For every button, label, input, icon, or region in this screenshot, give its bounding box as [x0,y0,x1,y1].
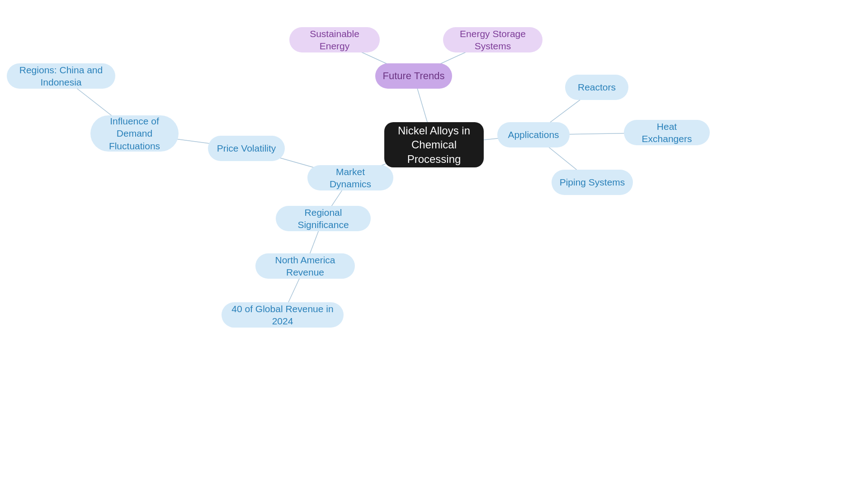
node-label-applications: Applications [508,128,559,141]
node-northAmericaRevenue[interactable]: North America Revenue [255,253,355,279]
node-label-futureTrends: Future Trends [383,70,445,83]
node-heatExchangers[interactable]: Heat Exchangers [624,120,710,145]
node-label-sustainableEnergy: Sustainable Energy [297,28,373,52]
node-globalRevenue[interactable]: 40 of Global Revenue in 2024 [222,302,344,328]
node-label-priceVolatility: Price Volatility [217,142,276,154]
node-reactors[interactable]: Reactors [565,75,628,100]
node-label-marketDynamics: Market Dynamics [315,166,386,190]
node-futureTrends[interactable]: Future Trends [375,63,452,89]
node-label-heatExchangers: Heat Exchangers [631,120,703,145]
node-applications[interactable]: Applications [497,122,570,147]
node-pipingSystems[interactable]: Piping Systems [552,170,633,195]
node-label-regionalSignificance: Regional Significance [283,206,363,231]
node-label-reactors: Reactors [578,81,616,93]
node-label-influenceDemand: Influence of Demand Fluctuations [98,115,171,152]
node-regionsChina[interactable]: Regions: China and Indonesia [7,63,115,89]
node-influenceDemand[interactable]: Influence of Demand Fluctuations [90,115,179,152]
node-label-globalRevenue: 40 of Global Revenue in 2024 [229,303,336,328]
node-label-central: Nickel Alloys in Chemical Processing [392,124,476,166]
node-priceVolatility[interactable]: Price Volatility [208,136,285,161]
node-energyStorage[interactable]: Energy Storage Systems [443,27,542,52]
node-marketDynamics[interactable]: Market Dynamics [307,165,393,190]
node-central[interactable]: Nickel Alloys in Chemical Processing [384,122,484,167]
node-sustainableEnergy[interactable]: Sustainable Energy [289,27,380,52]
node-regionalSignificance[interactable]: Regional Significance [276,206,371,231]
node-label-energyStorage: Energy Storage Systems [450,28,535,52]
node-label-northAmericaRevenue: North America Revenue [263,254,348,279]
node-label-regionsChina: Regions: China and Indonesia [14,64,108,89]
node-label-pipingSystems: Piping Systems [560,176,625,188]
